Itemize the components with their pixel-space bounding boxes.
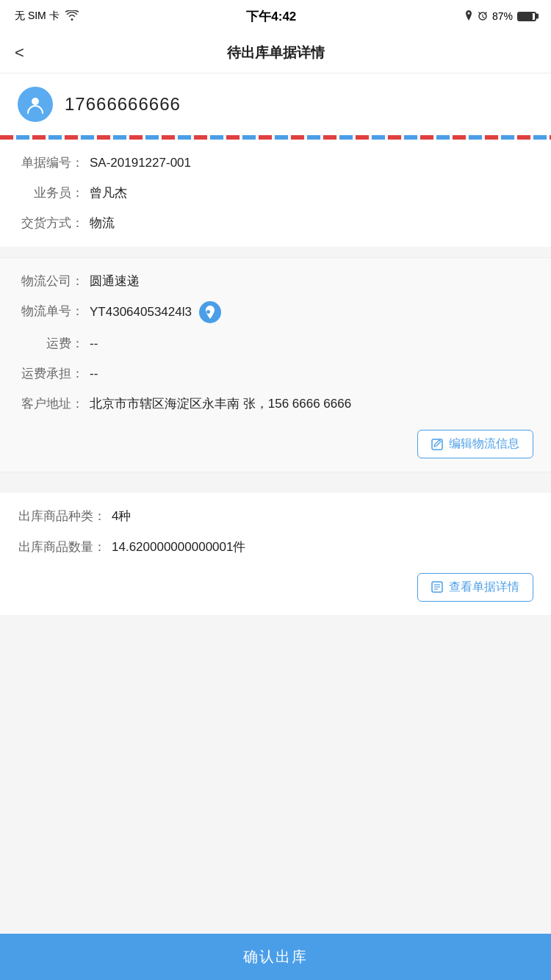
customer-phone: 17666666666 <box>65 94 181 115</box>
delivery-method-label: 交货方式： <box>18 213 84 233</box>
back-button[interactable]: < <box>9 37 30 68</box>
battery-percent: 87% <box>492 10 513 22</box>
delivery-method-value: 物流 <box>90 213 533 233</box>
product-types-value: 4种 <box>112 506 533 526</box>
customer-address-row: 客户地址： 北京市市辖区海淀区永丰南 张，156 6666 6666 <box>18 394 533 414</box>
status-left: 无 SIM 卡 <box>15 10 79 23</box>
freight-label: 运费： <box>18 334 84 353</box>
confirm-outbound-button[interactable]: 确认出库 <box>0 934 551 980</box>
sim-label: 无 SIM 卡 <box>15 10 60 23</box>
tracking-number-value: YT43064053424l3 <box>90 301 533 323</box>
customer-address-value: 北京市市辖区海淀区永丰南 张，156 6666 6666 <box>90 394 533 414</box>
page-title: 待出库单据详情 <box>227 43 325 62</box>
view-details-button[interactable]: 查看单据详情 <box>417 573 533 602</box>
wifi-icon <box>65 10 79 23</box>
logistics-company-label: 物流公司： <box>18 271 84 291</box>
salesman-value: 曾凡杰 <box>90 183 533 203</box>
freight-bearer-value: -- <box>90 364 533 383</box>
tracking-number-row: 物流单号： YT43064053424l3 <box>18 301 533 323</box>
order-info-section: 单据编号： SA-20191227-001 业务员： 曾凡杰 交货方式： 物流 <box>0 140 551 247</box>
view-btn-row: 查看单据详情 <box>18 567 533 602</box>
confirm-outbound-label: 确认出库 <box>243 948 308 965</box>
svg-point-1 <box>32 98 39 105</box>
status-right: 87% <box>464 10 536 23</box>
freight-row: 运费： -- <box>18 334 533 353</box>
bottom-spacer <box>0 625 551 772</box>
product-types-row: 出库商品种类： 4种 <box>18 506 533 526</box>
salesman-row: 业务员： 曾凡杰 <box>18 183 533 203</box>
logistics-company-value: 圆通速递 <box>90 271 533 291</box>
order-number-label: 单据编号： <box>18 153 84 173</box>
delivery-method-row: 交货方式： 物流 <box>18 213 533 233</box>
customer-address-label: 客户地址： <box>18 394 84 414</box>
logistics-company-row: 物流公司： 圆通速递 <box>18 271 533 291</box>
status-bar: 无 SIM 卡 下午4:42 87% <box>0 0 551 32</box>
avatar <box>18 87 53 122</box>
salesman-label: 业务员： <box>18 183 84 203</box>
location-pin-button[interactable] <box>199 301 221 323</box>
location-icon <box>464 10 473 23</box>
outbound-section: 出库商品种类： 4种 出库商品数量： 14.620000000000001件 查… <box>0 493 551 614</box>
freight-bearer-label: 运费承担： <box>18 364 84 383</box>
status-time: 下午4:42 <box>246 8 296 25</box>
customer-header: 17666666666 <box>0 73 551 135</box>
freight-value: -- <box>90 334 533 353</box>
order-number-row: 单据编号： SA-20191227-001 <box>18 153 533 173</box>
product-quantity-value: 14.620000000000001件 <box>112 537 533 557</box>
product-quantity-label: 出库商品数量： <box>18 537 106 557</box>
freight-bearer-row: 运费承担： -- <box>18 364 533 383</box>
logistics-card: 物流公司： 圆通速递 物流单号： YT43064053424l3 运费： -- … <box>0 257 551 473</box>
product-quantity-row: 出库商品数量： 14.620000000000001件 <box>18 537 533 557</box>
order-number-value: SA-20191227-001 <box>90 153 533 173</box>
tracking-number-label: 物流单号： <box>18 301 84 321</box>
edit-btn-row: 编辑物流信息 <box>18 424 533 458</box>
nav-bar: < 待出库单据详情 <box>0 32 551 73</box>
alarm-icon <box>478 10 488 23</box>
gap1 <box>0 472 551 483</box>
product-types-label: 出库商品种类： <box>18 506 106 526</box>
edit-logistics-button[interactable]: 编辑物流信息 <box>417 430 533 458</box>
battery-icon <box>517 12 536 21</box>
